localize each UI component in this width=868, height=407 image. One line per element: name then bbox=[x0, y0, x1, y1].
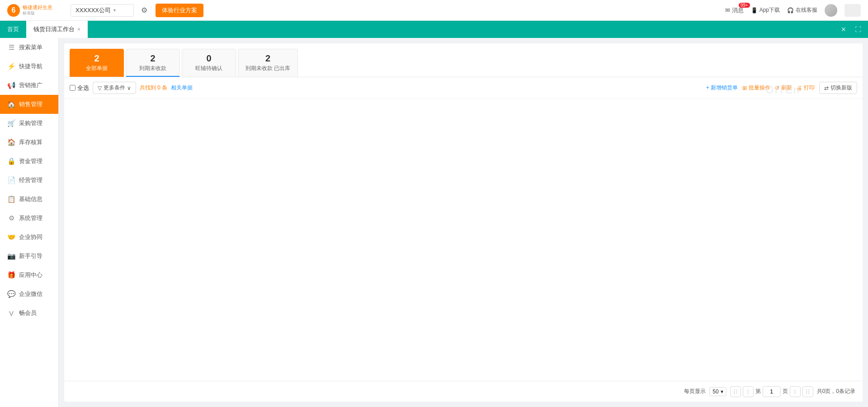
batch-icon: ⊞ bbox=[742, 85, 747, 91]
window-controls: ✕ ⛶ bbox=[838, 24, 868, 35]
sidebar-item-wechat[interactable]: 💬 企业微信 bbox=[0, 285, 58, 304]
operations-icon: 📄 bbox=[7, 176, 15, 184]
sidebar-label-search: 搜索菜单 bbox=[19, 43, 42, 51]
sidebar-item-inventory[interactable]: 🏠 库存核算 bbox=[0, 133, 58, 152]
online-service-button[interactable]: 🎧 在线客服 bbox=[787, 6, 817, 14]
sidebar-label-inventory: 库存核算 bbox=[19, 138, 42, 146]
filter-button[interactable]: ▽ 更多条件 ∨ bbox=[93, 82, 136, 94]
next-page-button[interactable]: ⟩ bbox=[790, 386, 801, 397]
company-selector[interactable]: XXXXXX公司 ▾ bbox=[71, 4, 134, 17]
tab-cash-reconciliation[interactable]: 钱货日清工作台 × bbox=[26, 21, 88, 38]
marketing-icon: 📢 bbox=[7, 81, 15, 89]
sidebar-item-operations[interactable]: 📄 经营管理 bbox=[0, 171, 58, 190]
company-name: XXXXXX公司 bbox=[75, 6, 111, 14]
switch-version-button[interactable]: ⇄ 切换新版 bbox=[819, 82, 857, 94]
toolbar-right: + 新增销货单 ⊞ 批量操作 ↺ 刷新 🖨 打印 ⇄ bbox=[706, 82, 857, 94]
sales-icon: 🏠 bbox=[7, 100, 15, 108]
guide-icon: 📷 bbox=[7, 252, 15, 260]
batch-operation-button[interactable]: ⊞ 批量操作 bbox=[742, 84, 770, 92]
switch-label: 切换新版 bbox=[830, 84, 852, 92]
sidebar: ☰ 搜索菜单 ⚡ 快捷导航 📢 营销推广 🏠 销售管理 🛒 采购管理 🏠 库存核… bbox=[0, 38, 59, 407]
avatar[interactable] bbox=[825, 4, 837, 17]
summary-tab-shipped-num: 2 bbox=[245, 53, 290, 64]
window-expand-icon[interactable]: ⛶ bbox=[853, 24, 863, 35]
refresh-label: 刷新 bbox=[781, 84, 792, 92]
summary-tab-shipped[interactable]: 2 到期未收款 已出库 bbox=[238, 49, 298, 77]
app-download-button[interactable]: 📱 App下载 bbox=[751, 6, 780, 14]
tab-close-icon[interactable]: × bbox=[77, 26, 80, 33]
settings-button[interactable]: ⚙ bbox=[137, 4, 151, 17]
sidebar-label-finance: 资金管理 bbox=[19, 157, 42, 165]
sidebar-item-appstore[interactable]: 🎁 应用中心 bbox=[0, 266, 58, 285]
toolbar: 全选 ▽ 更多条件 ∨ 共找到 0 条 相关单据 + 新增销货单 ⊞ bbox=[64, 77, 863, 99]
message-badge: 99+ bbox=[739, 3, 750, 8]
sidebar-label-sales: 销售管理 bbox=[19, 100, 42, 108]
table-area bbox=[64, 99, 863, 381]
sidebar-item-base-info[interactable]: 📋 基础信息 bbox=[0, 190, 58, 209]
print-button[interactable]: 🖨 打印 bbox=[797, 84, 815, 92]
sidebar-label-system: 系统管理 bbox=[19, 214, 42, 222]
header-right: ✉ 消息 99+ 📱 App下载 🎧 在线客服 bbox=[725, 4, 861, 17]
quicknav-icon: ⚡ bbox=[7, 62, 15, 70]
sidebar-item-guide[interactable]: 📷 新手引导 bbox=[0, 247, 58, 266]
page-navigation: ⟨⟨ ⟨ 第 页 ⟩ ⟩⟩ bbox=[730, 386, 813, 397]
sidebar-label-collab: 企业协同 bbox=[19, 233, 42, 241]
download-icon: 📱 bbox=[751, 7, 758, 14]
base-info-icon: 📋 bbox=[7, 195, 15, 203]
related-orders-link[interactable]: 相关单据 bbox=[171, 84, 193, 92]
sidebar-label-member: 畅会员 bbox=[19, 309, 37, 317]
message-button[interactable]: ✉ 消息 99+ bbox=[725, 6, 744, 14]
trial-button[interactable]: 体验行业方案 bbox=[156, 4, 203, 17]
per-page-label: 每页显示 bbox=[684, 388, 706, 395]
tab-home[interactable]: 首页 bbox=[0, 21, 26, 38]
refresh-button[interactable]: ↺ 刷新 bbox=[775, 84, 792, 92]
summary-tab-overdue[interactable]: 2 到期未收款 bbox=[126, 49, 180, 77]
prev-page-button[interactable]: ⟨ bbox=[743, 386, 754, 397]
sidebar-item-sales[interactable]: 🏠 销售管理 bbox=[0, 95, 58, 114]
sidebar-label-purchase: 采购管理 bbox=[19, 119, 42, 127]
sidebar-item-finance[interactable]: 🔒 资金管理 bbox=[0, 152, 58, 171]
search-menu-icon: ☰ bbox=[7, 43, 15, 51]
sidebar-item-system[interactable]: ⚙ 系统管理 bbox=[0, 209, 58, 228]
filter-chevron-icon: ∨ bbox=[127, 85, 131, 91]
summary-tab-all-num: 2 bbox=[77, 53, 116, 64]
summary-tab-wangpu[interactable]: 0 旺辅待确认 bbox=[182, 49, 236, 77]
sidebar-label-operations: 经营管理 bbox=[19, 176, 42, 184]
sidebar-label-guide: 新手引导 bbox=[19, 252, 42, 260]
logo-icon: 6 bbox=[7, 4, 20, 17]
user-name-area bbox=[844, 4, 861, 17]
message-icon: ✉ bbox=[725, 7, 730, 14]
first-page-button[interactable]: ⟨⟨ bbox=[730, 386, 741, 397]
page-input[interactable] bbox=[763, 386, 781, 397]
select-all-label: 全选 bbox=[77, 84, 89, 92]
sidebar-item-purchase[interactable]: 🛒 采购管理 bbox=[0, 114, 58, 133]
select-all-checkbox[interactable]: 全选 bbox=[70, 84, 89, 92]
sidebar-label-quicknav: 快捷导航 bbox=[19, 62, 42, 70]
filter-icon: ▽ bbox=[98, 85, 102, 91]
navigation-tabs: 首页 钱货日清工作台 × ✕ ⛶ bbox=[0, 21, 868, 38]
per-page-select[interactable]: 50 ▾ bbox=[709, 387, 726, 396]
switch-icon: ⇄ bbox=[824, 85, 829, 91]
sidebar-label-wechat: 企业微信 bbox=[19, 290, 42, 298]
last-page-button[interactable]: ⟩⟩ bbox=[802, 386, 813, 397]
logo-tag: 标准版 bbox=[23, 10, 52, 16]
sidebar-item-quicknav[interactable]: ⚡ 快捷导航 bbox=[0, 57, 58, 76]
sidebar-item-member[interactable]: V 畅会员 bbox=[0, 304, 58, 323]
window-close-icon[interactable]: ✕ bbox=[838, 24, 849, 35]
collab-icon: 🤝 bbox=[7, 233, 15, 241]
cash-tab-label: 钱货日清工作台 bbox=[33, 25, 75, 33]
found-number: 0 bbox=[157, 84, 160, 91]
pagination-bar: 每页显示 50 ▾ ⟨⟨ ⟨ 第 页 ⟩ ⟩⟩ 共0页，0条记录 bbox=[64, 381, 863, 402]
sidebar-item-collab[interactable]: 🤝 企业协同 bbox=[0, 228, 58, 247]
add-order-button[interactable]: + 新增销货单 bbox=[706, 84, 738, 92]
select-all-input[interactable] bbox=[70, 85, 75, 91]
summary-tab-wangpu-num: 0 bbox=[189, 53, 228, 64]
summary-tab-all[interactable]: 2 全部单据 bbox=[70, 49, 124, 77]
refresh-icon: ↺ bbox=[775, 85, 779, 91]
sidebar-item-search[interactable]: ☰ 搜索菜单 bbox=[0, 38, 58, 57]
summary-tab-overdue-label: 到期未收款 bbox=[133, 65, 172, 72]
home-tab-label: 首页 bbox=[7, 25, 19, 33]
sidebar-item-marketing[interactable]: 📢 营销推广 bbox=[0, 76, 58, 95]
summary-tab-overdue-num: 2 bbox=[133, 53, 172, 64]
download-label: App下载 bbox=[760, 6, 780, 14]
